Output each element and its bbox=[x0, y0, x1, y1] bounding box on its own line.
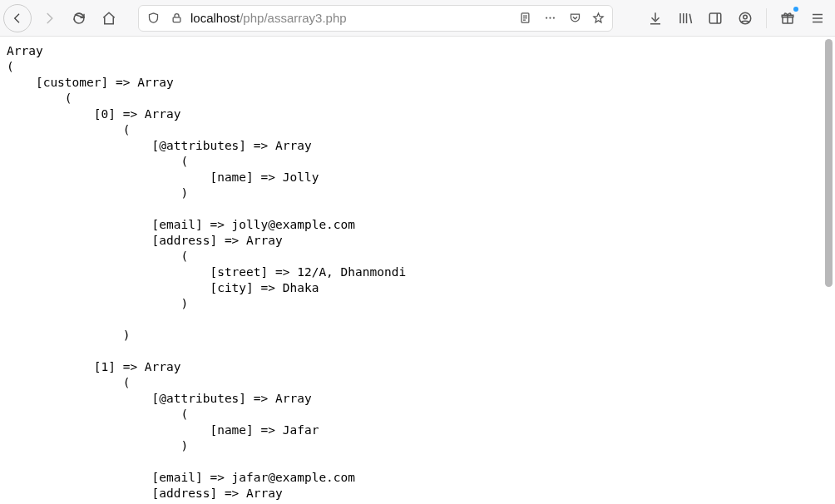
svg-point-4 bbox=[552, 17, 554, 18]
php-print-r-output: Array ( [customer] => Array ( [0] => Arr… bbox=[0, 37, 822, 504]
svg-point-2 bbox=[546, 17, 547, 18]
svg-point-7 bbox=[744, 15, 748, 19]
forward-icon bbox=[42, 11, 57, 26]
pocket-button[interactable] bbox=[566, 9, 584, 27]
bookmark-star-icon bbox=[592, 12, 605, 24]
whats-new-button[interactable] bbox=[773, 5, 802, 32]
svg-rect-0 bbox=[173, 17, 180, 22]
sidebar-button[interactable] bbox=[701, 5, 729, 32]
tracking-protection-button[interactable] bbox=[144, 9, 162, 27]
url-host: localhost bbox=[190, 11, 240, 25]
url-path: /php/assarray3.php bbox=[240, 11, 346, 25]
reload-button[interactable] bbox=[65, 5, 93, 32]
page-actions-button[interactable] bbox=[539, 9, 561, 27]
home-icon bbox=[101, 11, 116, 26]
account-button[interactable] bbox=[731, 5, 759, 32]
reader-icon bbox=[519, 12, 531, 24]
svg-point-3 bbox=[549, 17, 551, 18]
back-icon bbox=[11, 12, 24, 25]
url-display[interactable]: localhost/php/assarray3.php bbox=[190, 11, 511, 25]
lock-icon bbox=[170, 12, 183, 24]
page-viewport: Array ( [customer] => Array ( [0] => Arr… bbox=[0, 37, 835, 504]
downloads-icon bbox=[648, 11, 663, 26]
sidebar-icon bbox=[708, 11, 723, 26]
downloads-button[interactable] bbox=[641, 5, 669, 32]
whats-new-icon bbox=[780, 11, 795, 26]
vertical-scrollbar-thumb[interactable] bbox=[825, 39, 833, 287]
shield-icon bbox=[147, 12, 160, 24]
forward-button[interactable] bbox=[35, 5, 63, 32]
reload-icon bbox=[72, 11, 86, 26]
home-button[interactable] bbox=[95, 5, 123, 32]
address-bar[interactable]: localhost/php/assarray3.php bbox=[138, 5, 613, 32]
pocket-icon bbox=[569, 12, 581, 24]
library-button[interactable] bbox=[671, 5, 699, 32]
bookmark-button[interactable] bbox=[589, 9, 607, 27]
site-identity-button[interactable] bbox=[167, 9, 185, 27]
app-menu-button[interactable] bbox=[803, 5, 832, 32]
back-button[interactable] bbox=[3, 4, 32, 32]
reader-mode-button[interactable] bbox=[516, 9, 534, 27]
page-content: Array ( [customer] => Array ( [0] => Arr… bbox=[0, 37, 822, 504]
page-actions-icon bbox=[544, 12, 556, 24]
library-icon bbox=[678, 11, 693, 26]
hamburger-menu-icon bbox=[810, 11, 825, 26]
browser-toolbar: localhost/php/assarray3.php bbox=[0, 0, 835, 37]
toolbar-separator bbox=[766, 8, 767, 28]
account-icon bbox=[738, 11, 753, 26]
svg-rect-5 bbox=[709, 13, 721, 23]
